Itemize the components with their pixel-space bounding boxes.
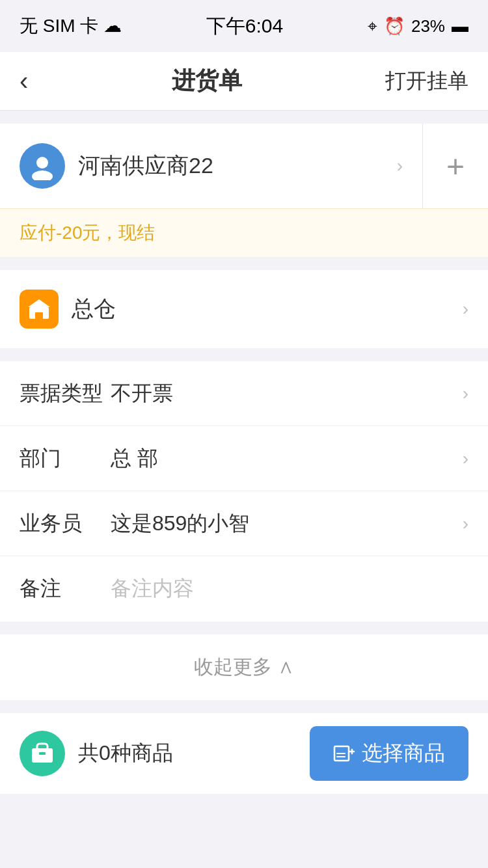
back-button[interactable]: ‹: [20, 66, 28, 96]
salesperson-row[interactable]: 业务员 这是859的小智 ›: [0, 491, 488, 556]
select-product-label: 选择商品: [362, 739, 445, 768]
page-title: 进货单: [172, 65, 242, 97]
status-bar: 无 SIM 卡 ☁ 下午6:04 ⌖ ⏰ 23% ▬: [0, 0, 488, 52]
supplier-avatar: [20, 143, 65, 189]
department-row[interactable]: 部门 总 部 ›: [0, 426, 488, 491]
add-icon: +: [446, 148, 465, 184]
battery-text: 23%: [411, 16, 445, 36]
notice-bar: 应付-20元，现结: [0, 208, 488, 257]
department-label: 部门: [20, 444, 111, 473]
department-chevron-icon: ›: [463, 448, 468, 469]
status-signal: 无 SIM 卡 ☁: [20, 14, 122, 38]
status-time: 下午6:04: [206, 13, 283, 40]
supplier-name: 河南供应商22: [78, 151, 390, 181]
salesperson-label: 业务员: [20, 509, 111, 538]
invoice-type-value: 不开票: [111, 379, 456, 408]
location-icon: ⌖: [368, 16, 377, 36]
svg-point-1: [32, 170, 53, 180]
product-count: 共0种商品: [78, 739, 310, 768]
salesperson-chevron-icon: ›: [463, 513, 468, 534]
content-area: [0, 794, 488, 868]
warehouse-name: 总仓: [72, 294, 456, 324]
invoice-type-chevron-icon: ›: [463, 383, 468, 404]
supplier-add-button[interactable]: +: [423, 124, 488, 208]
status-right: ⌖ ⏰ 23% ▬: [368, 16, 468, 36]
department-value: 总 部: [111, 444, 456, 473]
notice-text: 应付-20元，现结: [20, 223, 155, 243]
supplier-section: 河南供应商22 › +: [0, 124, 488, 208]
svg-rect-4: [35, 312, 43, 319]
nav-bar: ‹ 进货单 打开挂单: [0, 52, 488, 111]
salesperson-value: 这是859的小智: [111, 509, 456, 538]
battery-icon: ▬: [452, 16, 468, 36]
remark-row[interactable]: 备注 备注内容: [0, 556, 488, 621]
form-section: 票据类型 不开票 › 部门 总 部 › 业务员 这是859的小智 › 备注 备注…: [0, 361, 488, 621]
product-icon: [20, 731, 65, 776]
remark-label: 备注: [20, 575, 111, 603]
collapse-section[interactable]: 收起更多 ∧: [0, 634, 488, 700]
warehouse-section[interactable]: 总仓 ›: [0, 270, 488, 348]
open-pending-button[interactable]: 打开挂单: [385, 67, 468, 96]
invoice-type-row[interactable]: 票据类型 不开票 ›: [0, 361, 488, 426]
warehouse-chevron-icon: ›: [463, 299, 468, 319]
svg-point-0: [36, 157, 48, 169]
svg-rect-6: [39, 752, 46, 755]
gap-1: [0, 111, 488, 124]
invoice-type-label: 票据类型: [20, 379, 111, 408]
warehouse-icon: [20, 290, 59, 329]
svg-rect-5: [32, 748, 53, 763]
supplier-chevron-icon: ›: [397, 156, 403, 176]
bottom-bar: 共0种商品 选择商品: [0, 713, 488, 794]
collapse-label: 收起更多 ∧: [194, 654, 293, 681]
svg-marker-3: [28, 299, 50, 307]
remark-placeholder: 备注内容: [111, 575, 468, 603]
supplier-selector[interactable]: 河南供应商22 ›: [0, 124, 423, 208]
select-product-button[interactable]: 选择商品: [310, 726, 468, 781]
alarm-icon: ⏰: [384, 16, 405, 36]
